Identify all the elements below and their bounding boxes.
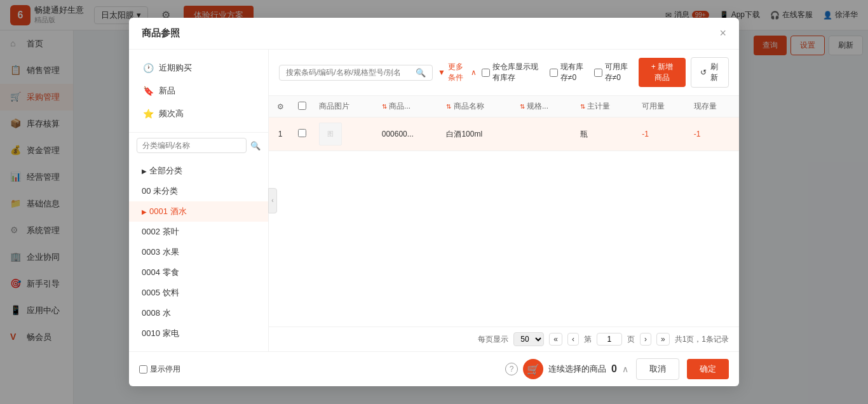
th-settings[interactable]: ⚙ xyxy=(269,96,292,118)
cart-collapse-icon[interactable]: ∧ xyxy=(622,364,628,374)
modal-body: 🕐 近期购买 🔖 新品 ⭐ 频次高 🔍 xyxy=(129,50,739,351)
modal-close-button[interactable]: × xyxy=(719,27,726,40)
product-reference-modal: 商品参照 × 🕐 近期购买 🔖 新品 ⭐ 频次高 xyxy=(129,18,739,386)
clock-icon: 🕐 xyxy=(143,63,154,73)
page-input[interactable] xyxy=(597,333,622,346)
stock-ne0-checkbox[interactable] xyxy=(550,69,558,77)
sort-name-icon[interactable]: ⇅ xyxy=(446,103,451,110)
cell-image: 图 xyxy=(313,118,376,151)
cell-checkbox[interactable] xyxy=(292,118,313,151)
cart-text: 连续选择的商品 xyxy=(548,363,606,375)
cat-label-0004: 0004 零食 xyxy=(142,267,179,278)
category-search-input[interactable] xyxy=(137,138,247,153)
cell-stock: -1 xyxy=(688,118,739,151)
cat-item-0004[interactable]: 0004 零食 xyxy=(129,262,268,283)
table-header-row: ⚙ 商品图片 ⇅ 商品... ⇅ 商品名称 xyxy=(269,96,739,118)
category-search: 🔍 xyxy=(129,133,268,158)
cancel-button[interactable]: 取消 xyxy=(636,358,679,380)
th-image: 商品图片 xyxy=(313,96,376,118)
product-image: 图 xyxy=(319,123,342,145)
th-checkbox[interactable] xyxy=(292,96,313,118)
product-table: ⚙ 商品图片 ⇅ 商品... ⇅ 商品名称 xyxy=(269,96,739,151)
cat-item-0003[interactable]: 0003 水果 xyxy=(129,242,268,262)
stock-ne0-filter[interactable]: 现有库存≠0 xyxy=(550,62,589,83)
cell-spec xyxy=(513,118,574,151)
filter-icon: ▼ xyxy=(438,68,445,77)
new-product-button[interactable]: + 新增商品 xyxy=(639,58,686,87)
select-all-checkbox[interactable] xyxy=(298,102,306,110)
tab-new[interactable]: 🔖 新品 xyxy=(137,80,261,102)
cell-name: 白酒100ml xyxy=(440,118,513,151)
confirm-button[interactable]: 确定 xyxy=(687,359,729,379)
cat-label-0002: 0002 茶叶 xyxy=(142,226,179,238)
cell-unit: 瓶 xyxy=(574,118,636,151)
cat-label-0008: 0008 水 xyxy=(142,307,171,319)
cat-item-00[interactable]: 00 未分类 xyxy=(129,181,268,201)
filter-up-icon: ∧ xyxy=(471,68,477,77)
refresh-label: 刷新 xyxy=(709,62,719,83)
table-row[interactable]: 1 图 000600... 白酒100ml 瓶 -1 -1 xyxy=(269,118,739,151)
collapse-panel-button[interactable]: ‹ xyxy=(268,188,277,213)
refresh-icon: ↺ xyxy=(700,68,707,77)
product-table-container: ⚙ 商品图片 ⇅ 商品... ⇅ 商品名称 xyxy=(269,96,739,327)
search-icon[interactable]: 🔍 xyxy=(250,141,261,151)
tab-recent[interactable]: 🕐 近期购买 xyxy=(137,57,261,79)
cat-item-0008[interactable]: 0008 水 xyxy=(129,303,268,323)
th-name: ⇅ 商品名称 xyxy=(440,96,513,118)
sort-code-icon[interactable]: ⇅ xyxy=(382,103,387,110)
th-spec: ⇅ 规格... xyxy=(513,96,574,118)
last-page-button[interactable]: » xyxy=(656,333,670,346)
th-code: ⇅ 商品... xyxy=(376,96,440,118)
tab-frequent[interactable]: ⭐ 频次高 xyxy=(137,103,261,125)
modal-toolbar: 🔍 ▼ 更多条件 ∧ 按仓库显示现有库存 现有库存≠0 xyxy=(269,50,739,96)
modal-overlay: 商品参照 × 🕐 近期购买 🔖 新品 ⭐ 频次高 xyxy=(0,0,868,404)
product-search-input[interactable] xyxy=(286,68,413,77)
cart-count: 0 xyxy=(611,363,617,375)
th-stock: 现存量 xyxy=(688,96,739,118)
more-filter-button[interactable]: ▼ 更多条件 ∧ xyxy=(438,62,477,83)
cat-item-0005[interactable]: 0005 饮料 xyxy=(129,283,268,303)
arrow-active-icon: ▶ xyxy=(142,208,147,215)
cat-item-0010[interactable]: 0010 家电 xyxy=(129,323,268,344)
first-page-button[interactable]: « xyxy=(549,333,562,346)
modal-title: 商品参照 xyxy=(142,27,180,39)
search-submit-icon[interactable]: 🔍 xyxy=(416,68,426,77)
modal-right-panel: 🔍 ▼ 更多条件 ∧ 按仓库显示现有库存 现有库存≠0 xyxy=(269,50,739,351)
usable-ne0-filter[interactable]: 可用库存≠0 xyxy=(594,62,634,83)
cart-icon[interactable]: 🛒 xyxy=(523,359,543,379)
page-suffix: 页 xyxy=(627,334,635,345)
cat-item-0001[interactable]: ▶ 0001 酒水 xyxy=(129,201,268,222)
prev-page-button[interactable]: ‹ xyxy=(567,333,579,346)
tab-recent-label: 近期购买 xyxy=(159,62,192,74)
cat-label-0003: 0003 水果 xyxy=(142,246,179,258)
page-size-select[interactable]: 50 xyxy=(513,332,544,346)
sort-unit-icon[interactable]: ⇅ xyxy=(580,103,585,110)
cat-label-all: 全部分类 xyxy=(149,165,182,177)
next-page-button[interactable]: › xyxy=(640,333,651,346)
cat-label-0005: 0005 饮料 xyxy=(142,287,179,299)
warehouse-label: 按仓库显示现有库存 xyxy=(492,62,545,83)
modal-left-panel: 🕐 近期购买 🔖 新品 ⭐ 频次高 🔍 xyxy=(129,50,269,351)
cat-item-0002[interactable]: 0002 茶叶 xyxy=(129,222,268,242)
cat-label-0010: 0010 家电 xyxy=(142,328,179,339)
usable-ne0-checkbox[interactable] xyxy=(594,69,602,77)
sort-spec-icon[interactable]: ⇅ xyxy=(520,103,525,110)
stock-ne0-label: 现有库存≠0 xyxy=(560,62,589,83)
row-checkbox[interactable] xyxy=(298,129,306,137)
usable-ne0-label: 可用库存≠0 xyxy=(605,62,634,83)
total-label: 共1页，1条记录 xyxy=(675,334,729,345)
filter-label: 更多条件 xyxy=(448,62,468,83)
th-usable: 可用量 xyxy=(635,96,687,118)
page-label: 第 xyxy=(584,334,592,345)
warehouse-checkbox[interactable] xyxy=(482,69,490,77)
refresh-table-button[interactable]: ↺ 刷新 xyxy=(691,57,729,88)
cell-code: 000600... xyxy=(376,118,440,151)
show-disabled-filter[interactable]: 显示停用 xyxy=(139,364,180,375)
cat-item-all[interactable]: ▶ 全部分类 xyxy=(129,161,268,181)
help-icon[interactable]: ? xyxy=(505,363,518,375)
warehouse-filter[interactable]: 按仓库显示现有库存 xyxy=(482,62,545,83)
th-unit: ⇅ 主计量 xyxy=(574,96,636,118)
new-icon: 🔖 xyxy=(143,86,154,96)
category-list: ▶ 全部分类 00 未分类 ▶ 0001 酒水 0002 茶叶 0003 水果 xyxy=(129,158,268,344)
show-disabled-checkbox[interactable] xyxy=(139,365,147,374)
